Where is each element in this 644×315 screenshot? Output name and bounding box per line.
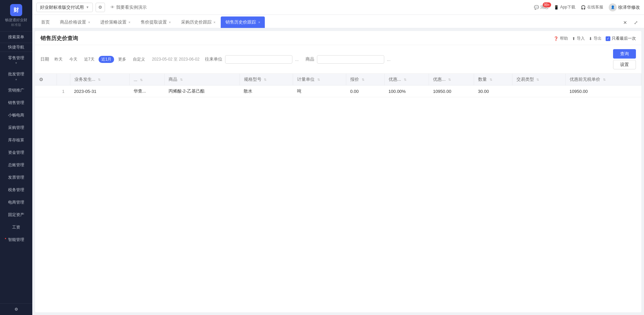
close-icon[interactable]: × — [169, 21, 171, 24]
sidebar-item-accounting[interactable]: 总账管理 — [0, 159, 32, 171]
col-pretax-price[interactable]: 优惠前无税单价 ⇅ — [566, 74, 641, 85]
col-discount-pct[interactable]: 优惠... ⇅ — [385, 74, 429, 85]
product-input[interactable] — [317, 55, 384, 64]
supplier-more-btn[interactable]: ... — [294, 56, 300, 63]
date-last1m[interactable]: 近1月 — [99, 56, 114, 63]
col-spec[interactable]: 规格型号 ⇅ — [240, 74, 293, 85]
tabbar: 首页 商品价格设置 × 进价策略设置 × 售价提取设置 × 采购历史价跟踪 × … — [32, 15, 644, 28]
help-btn[interactable]: ❓ 帮助 — [553, 36, 568, 41]
cell-more1: 华查... — [130, 85, 165, 97]
export-btn[interactable]: ⬇ 导出 — [589, 36, 602, 41]
sidebar-item-tax[interactable]: 税务管理 — [0, 184, 32, 196]
sort-icon: ⇅ — [98, 78, 101, 81]
product-more-btn[interactable]: ... — [386, 56, 392, 63]
main-area: 好业财标准版交付试用 ▼ ⚙ 👁 我要看实例演示 💬 消息 99+ 📱 App下… — [32, 0, 644, 315]
sidebar-item-sales[interactable]: 销售管理 — [0, 97, 32, 109]
sidebar-item-wholesale[interactable]: 批发管理 — [0, 68, 32, 84]
app-logo-text: 畅捷通好业财 标准版 — [5, 18, 27, 27]
gear-icon: ⚙ — [14, 307, 18, 312]
demo-btn[interactable]: 👁 我要看实例演示 — [110, 4, 147, 10]
sidebar-item-label: 采购管理 — [8, 125, 24, 131]
message-icon: 💬 — [534, 5, 539, 10]
page-header: 销售历史价查询 ❓ 帮助 ⬆ 导入 ⬇ 导出 ✓ 只看最后一次 — [35, 31, 641, 45]
sidebar-item-label: 工资 — [12, 224, 20, 230]
date-custom[interactable]: 自定义 — [130, 56, 148, 63]
online-service-btn[interactable]: 🎧 在线客服 — [581, 4, 603, 10]
table-row: 1 2023-05-31 华查... 丙烯酸-2-乙基己酯 散水 — [35, 85, 641, 97]
sidebar-item-label: 税务管理 — [8, 187, 24, 193]
sidebar-quick-nav[interactable]: 快捷导航 — [0, 43, 32, 52]
col-transaction-type[interactable]: 交易类型 ⇅ — [512, 74, 565, 85]
tab-close-btn[interactable]: ✕ — [621, 19, 629, 27]
help-icon: ❓ — [553, 36, 559, 41]
gear-icon: ⚙ — [39, 77, 43, 82]
sidebar-item-invoice[interactable]: 发票管理 — [0, 171, 32, 184]
gear-icon: ⚙ — [98, 5, 102, 10]
tab-price-setting[interactable]: 商品价格设置 × — [55, 16, 95, 28]
sidebar-item-label: 零售管理 — [8, 55, 24, 61]
col-unit[interactable]: 计量单位 ⇅ — [293, 74, 346, 85]
col-price[interactable]: 报价 ⇅ — [346, 74, 385, 85]
only-last-checkbox[interactable]: ✓ 只看最后一次 — [606, 36, 636, 41]
close-icon[interactable]: × — [88, 21, 90, 24]
user-info[interactable]: 👤 徐泽华修改 — [609, 3, 640, 11]
col-more1[interactable]: ... ⇅ — [130, 74, 165, 85]
close-icon[interactable]: × — [258, 21, 260, 24]
supplier-input-group: ... — [225, 55, 300, 64]
sort-icon: ⇅ — [140, 78, 143, 82]
sort-icon: ⇅ — [490, 78, 492, 81]
date-options: 昨天 今天 近7天 近1月 更多 自定义 — [52, 56, 148, 63]
col-discount-amt[interactable]: 优惠... ⇅ — [429, 74, 474, 85]
date-more[interactable]: 更多 — [115, 56, 129, 63]
sidebar-settings-btn[interactable]: ⚙ — [0, 303, 32, 315]
date-today[interactable]: 今天 — [67, 56, 80, 63]
table-header-row: ⚙ 业务发生... ⇅ ... ⇅ 商品 ⇅ — [35, 74, 641, 85]
import-btn[interactable]: ⬆ 导入 — [572, 36, 585, 41]
query-button[interactable]: 查询 — [613, 49, 636, 59]
cell-discount-amt: 10950.00 — [429, 85, 474, 97]
tab-price-extract[interactable]: 售价提取设置 × — [136, 16, 176, 28]
data-table: ⚙ 业务发生... ⇅ ... ⇅ 商品 ⇅ — [35, 74, 641, 97]
sidebar-item-smart[interactable]: ● 智能管理 — [0, 234, 32, 246]
close-icon[interactable]: × — [214, 21, 216, 24]
tab-expand-btn[interactable]: ⤢ — [632, 19, 640, 27]
sidebar-item-purchase[interactable]: 采购管理 — [0, 121, 32, 134]
sidebar-item-label: 销售管理 — [8, 100, 24, 106]
sidebar-item-ecommerce[interactable]: 电商管理 — [0, 196, 32, 209]
tab-purchase-strategy[interactable]: 进价策略设置 × — [96, 16, 135, 28]
phone-icon: 📱 — [554, 5, 559, 10]
sidebar-search[interactable]: 搜索菜单 — [0, 32, 32, 43]
sidebar-item-payroll[interactable]: 工资 — [0, 221, 32, 234]
avatar: 👤 — [609, 3, 617, 11]
col-quantity[interactable]: 数量 ⇅ — [474, 74, 512, 85]
close-icon[interactable]: × — [129, 21, 131, 24]
sidebar-item-inventory[interactable]: 库存核算 — [0, 134, 32, 146]
cell-product: 丙烯酸-2-乙基己酯 — [165, 85, 240, 97]
sidebar-item-label: 智能管理 — [8, 237, 24, 243]
product-selector[interactable]: 好业财标准版交付试用 ▼ — [36, 3, 93, 12]
topbar-gear-btn[interactable]: ⚙ — [96, 3, 105, 12]
date-last7[interactable]: 近7天 — [81, 56, 97, 63]
supplier-input[interactable] — [225, 55, 292, 64]
tab-purchase-history[interactable]: 采购历史价跟踪 × — [176, 16, 220, 28]
sidebar-item-finance[interactable]: 资金管理 — [0, 146, 32, 159]
date-yesterday[interactable]: 昨天 — [52, 56, 65, 63]
messages-btn[interactable]: 💬 消息 99+ — [534, 4, 548, 10]
date-filter-group: 日期 昨天 今天 近7天 近1月 更多 自定义 2023-05-02 至 202… — [40, 56, 200, 63]
tab-sales-history[interactable]: 销售历史价跟踪 × — [221, 16, 265, 28]
tab-home[interactable]: 首页 — [36, 16, 55, 28]
col-product[interactable]: 商品 ⇅ — [165, 74, 240, 85]
cell-spec: 散水 — [240, 85, 293, 97]
col-gear[interactable]: ⚙ — [35, 74, 57, 85]
sort-icon: ⇅ — [536, 78, 539, 81]
sort-icon: ⇅ — [180, 78, 183, 81]
col-business-date[interactable]: 业务发生... ⇅ — [70, 74, 130, 85]
export-icon: ⬇ — [589, 36, 592, 41]
sidebar-item-marketing[interactable]: 营销推广 — [0, 84, 32, 97]
settings-button[interactable]: 设置 — [613, 60, 636, 69]
sidebar-item-assets[interactable]: 固定资产 — [0, 209, 32, 221]
app-download-btn[interactable]: 📱 App下载 — [554, 4, 575, 10]
sidebar-item-retail[interactable]: 零售管理 — [0, 52, 32, 68]
checkbox-icon: ✓ — [606, 36, 610, 41]
sidebar-item-ecommerce-small[interactable]: 小畅电商 — [0, 109, 32, 121]
